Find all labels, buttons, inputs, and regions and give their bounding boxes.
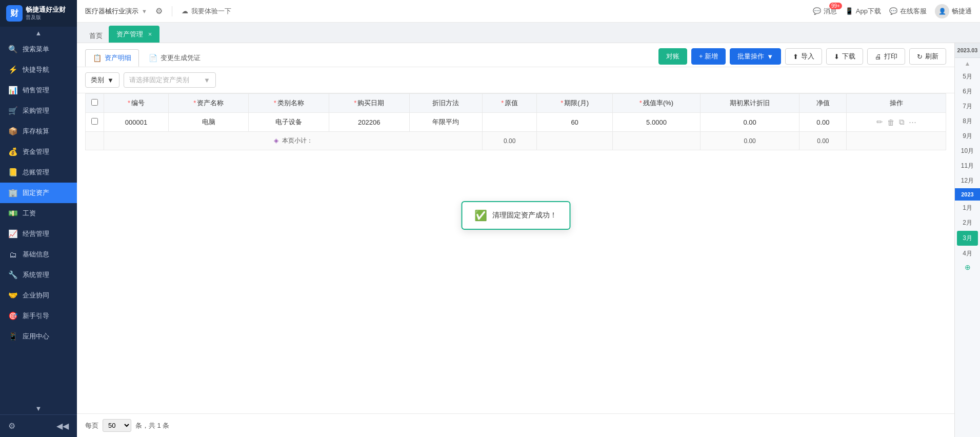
import-label: 导入 (801, 52, 814, 61)
sidebar-item-purchase[interactable]: 🛒 采购管理 (0, 101, 77, 121)
main-area: 医疗器械行业演示 ▼ ⚙ ☁ 我要体验一下 💬 消息 99+ 📱 App下载 💬… (77, 0, 980, 437)
month-4[interactable]: 4月 (955, 246, 980, 261)
topbar-settings-icon[interactable]: ⚙ (155, 6, 163, 16)
print-button[interactable]: 🖨 打印 (867, 48, 905, 65)
main-and-right: 📋 资产明细 📄 变更生成凭证 对账 + 新增 批量操作 ▼ ⬆ (77, 43, 980, 437)
sidebar-logo: 财 畅捷通好业财 普及版 (0, 0, 77, 27)
month-1[interactable]: 1月 (955, 201, 980, 215)
tab-close-btn[interactable]: × (148, 30, 152, 38)
home-tab[interactable]: 首页 (85, 29, 107, 43)
import-button[interactable]: ⬆ 导入 (785, 48, 822, 65)
new-button[interactable]: + 新增 (691, 48, 726, 65)
change-voucher-tab-label: 变更生成凭证 (161, 53, 201, 63)
row-net: 0.00 (799, 113, 847, 132)
sidebar-item-basic-info[interactable]: 🗂 基础信息 (0, 244, 77, 265)
batch-button[interactable]: 批量操作 ▼ (730, 48, 781, 65)
page-size-select[interactable]: 50 100 200 (103, 419, 131, 432)
sidebar-item-cooperation[interactable]: 🤝 企业协同 (0, 285, 77, 306)
sidebar-item-payroll[interactable]: 💵 工资 (0, 203, 77, 224)
row-method: 年限平均 (409, 113, 483, 132)
success-message: 清理固定资产成功！ (492, 211, 557, 220)
month-11-prev[interactable]: 11月 (955, 158, 980, 173)
sidebar-bottom: ⚙ ◀◀ (0, 414, 77, 437)
copy-icon[interactable]: ⧉ (899, 117, 905, 127)
month-6-prev[interactable]: 6月 (955, 84, 980, 99)
cloud-icon: ☁ (182, 7, 188, 15)
row-checkbox[interactable] (91, 118, 98, 125)
sidebar-item-purchase-label: 采购管理 (23, 106, 49, 115)
sidebar-item-sales-label: 销售管理 (23, 86, 49, 95)
asset-management-tab[interactable]: 资产管理 × (109, 26, 159, 43)
settings-icon[interactable]: ⚙ (8, 421, 15, 431)
month-3-current[interactable]: 3月 (957, 231, 978, 246)
experience-label: 我要体验一下 (191, 7, 231, 16)
refresh-button[interactable]: ↻ 刷新 (909, 48, 946, 65)
category-value-filter[interactable]: 请选择固定资产类别 ▼ (124, 72, 216, 88)
user-name: 畅捷通 (952, 7, 972, 16)
success-popup: ✅ 清理固定资产成功！ (461, 201, 570, 230)
sidebar-menu: 🔍 搜索菜单 ⚡ 快捷导航 📊 销售管理 🛒 采购管理 📦 库存核算 💰 资金管… (0, 39, 77, 402)
sidebar-item-search[interactable]: 🔍 搜索菜单 (0, 39, 77, 59)
sidebar-item-ledger[interactable]: 📒 总账管理 (0, 162, 77, 183)
col-header-category: *类别名称 (249, 94, 329, 113)
subtotal-row: ◈ 本页小计： 0.00 0.00 0.00 (86, 132, 946, 150)
right-panel-expand-icon[interactable]: ⊕ (955, 261, 980, 273)
month-8-prev[interactable]: 8月 (955, 114, 980, 129)
sidebar-item-fund[interactable]: 💰 资金管理 (0, 142, 77, 162)
sidebar-item-guide[interactable]: 🎯 新手引导 (0, 306, 77, 326)
more-icon[interactable]: ⋯ (909, 117, 916, 127)
tab-change-voucher[interactable]: 📄 变更生成凭证 (141, 49, 208, 66)
download-button[interactable]: ⬇ 下载 (826, 48, 863, 65)
category-filter[interactable]: 类别 ▼ (85, 72, 119, 88)
app-download-label: App下载 (856, 7, 881, 16)
row-value (483, 113, 537, 132)
sidebar-item-basic-info-label: 基础信息 (23, 250, 49, 259)
sidebar-item-quicknav[interactable]: ⚡ 快捷导航 (0, 59, 77, 80)
online-service-label: 在线客服 (900, 7, 927, 16)
row-checkbox-cell[interactable] (86, 113, 104, 132)
sidebar-item-system[interactable]: 🔧 系统管理 (0, 265, 77, 285)
month-7-prev[interactable]: 7月 (955, 99, 980, 114)
sidebar: 财 畅捷通好业财 普及版 ▲ 🔍 搜索菜单 ⚡ 快捷导航 📊 销售管理 🛒 采购… (0, 0, 77, 437)
system-icon: 🔧 (8, 270, 17, 280)
sidebar-scroll-down[interactable]: ▼ (0, 402, 77, 414)
subtotal-empty-residual (613, 132, 701, 150)
fixed-assets-icon: 🏢 (8, 188, 17, 197)
refresh-icon: ↻ (917, 53, 923, 61)
company-selector[interactable]: 医疗器械行业演示 ▼ (85, 7, 147, 16)
month-5-prev[interactable]: 5月 (955, 69, 980, 84)
reconcile-button[interactable]: 对账 (658, 48, 687, 65)
month-12-prev[interactable]: 12月 (955, 173, 980, 188)
sidebar-item-sales[interactable]: 📊 销售管理 (0, 80, 77, 101)
download-icon: ⬇ (834, 53, 839, 61)
sidebar-scroll-up[interactable]: ▲ (0, 27, 77, 39)
experience-btn[interactable]: ☁ 我要体验一下 (182, 7, 231, 16)
row-name: 电脑 (168, 113, 249, 132)
sidebar-item-operations[interactable]: 📈 经营管理 (0, 224, 77, 244)
collapse-icon[interactable]: ◀◀ (56, 421, 69, 431)
sidebar-item-fixed-assets[interactable]: 🏢 固定资产 (0, 183, 77, 203)
message-btn[interactable]: 💬 消息 99+ (813, 7, 837, 16)
inventory-icon: 📦 (8, 127, 17, 136)
select-all-header[interactable] (86, 94, 104, 113)
month-9-prev[interactable]: 9月 (955, 129, 980, 144)
month-2[interactable]: 2月 (955, 215, 980, 230)
topbar-divider (172, 6, 172, 16)
sidebar-item-app-center[interactable]: 📱 应用中心 (0, 326, 77, 347)
edit-icon[interactable]: ✏ (876, 117, 883, 127)
col-header-period: *期限(月) (537, 94, 613, 113)
table-header-row: *编号 *资产名称 *类别名称 *购买日期 折旧方法 *原值 *期限(月) *残… (86, 94, 946, 113)
sidebar-item-inventory[interactable]: 📦 库存核算 (0, 121, 77, 142)
quicknav-icon: ⚡ (8, 65, 17, 74)
delete-icon[interactable]: 🗑 (887, 118, 895, 127)
sidebar-item-quicknav-label: 快捷导航 (23, 65, 49, 74)
right-panel-up-arrow[interactable]: ▲ (955, 58, 980, 69)
col-header-action: 操作 (847, 94, 946, 113)
tab-asset-detail[interactable]: 📋 资产明细 (85, 49, 139, 67)
app-download-btn[interactable]: 📱 App下载 (845, 7, 881, 16)
select-all-checkbox[interactable] (91, 99, 98, 106)
month-10-prev[interactable]: 10月 (955, 144, 980, 158)
online-service-btn[interactable]: 💬 在线客服 (889, 7, 927, 16)
page-size-label: 每页 (85, 421, 98, 430)
user-avatar-btn[interactable]: 👤 畅捷通 (935, 4, 972, 18)
